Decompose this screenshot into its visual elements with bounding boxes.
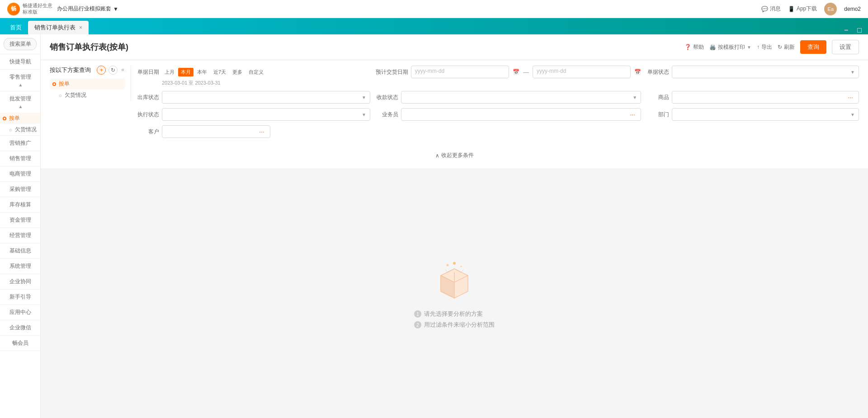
customer-input[interactable]: ··· bbox=[162, 125, 270, 138]
app-download-button[interactable]: 📱 App下载 bbox=[788, 5, 817, 13]
sidebar-debt-item[interactable]: ○ 欠货情况 bbox=[0, 124, 40, 135]
department-select[interactable]: ▼ bbox=[672, 108, 859, 121]
refresh-button[interactable]: ↻ 刷新 bbox=[778, 43, 795, 51]
sidebar-item-enterprise-collab[interactable]: 企业协同 bbox=[0, 274, 40, 289]
collapse-panel-button[interactable]: « bbox=[120, 66, 125, 75]
sidebar: 搜索菜单 快捷导航 零售管理 ▲ 批发管理 ▲ 按单 ○ 欠货 bbox=[0, 34, 41, 418]
payment-arrow-icon: ▼ bbox=[632, 95, 637, 100]
path-dropdown-icon[interactable]: ▼ bbox=[113, 6, 118, 12]
sidebar-item-new-guide[interactable]: 新手引导 bbox=[0, 290, 40, 304]
message-button[interactable]: 💬 消息 bbox=[761, 5, 781, 13]
sidebar-item-enterprise-wechat[interactable]: 企业微信 bbox=[0, 320, 40, 335]
expected-date-end[interactable]: yyyy-mm-dd bbox=[533, 66, 631, 78]
goods-more-icon[interactable]: ··· bbox=[846, 94, 855, 101]
content-area: 销售订单执行表(按单) ❓ 帮助 🖨️ 按模板打印 ▼ ↑ 导出 bbox=[41, 34, 868, 418]
doc-date-control: 上月 本月 本年 近7天 更多 自定义 bbox=[162, 68, 370, 76]
sidebar-section-finance: 资金管理 bbox=[0, 213, 40, 228]
date-tab-custom[interactable]: 自定义 bbox=[246, 68, 266, 76]
page-title-row: 销售订单执行表(按单) ❓ 帮助 🖨️ 按模板打印 ▼ ↑ 导出 bbox=[50, 40, 859, 54]
date-tab-thisyear[interactable]: 本年 bbox=[194, 68, 210, 76]
date-tab-lastmonth[interactable]: 上月 bbox=[162, 68, 177, 76]
table-area: 1 请先选择要分析的方案 2 用过滤条件来缩小分析范围 bbox=[41, 168, 868, 418]
field-goods: 商品 ··· bbox=[646, 91, 859, 104]
sidebar-section-operation: 经营管理 bbox=[0, 228, 40, 243]
refresh-scheme-button[interactable]: ↻ bbox=[108, 66, 118, 75]
sidebar-item-retail-mgmt[interactable]: 零售管理 ▲ bbox=[0, 70, 40, 91]
sidebar-item-operation[interactable]: 经营管理 bbox=[0, 228, 40, 243]
date-tab-thismonth[interactable]: 本月 bbox=[178, 68, 193, 76]
filter-row-3: 执行状态 ▼ 业务员 ··· bbox=[137, 108, 859, 121]
scheme-按单[interactable]: 按单 bbox=[50, 78, 125, 90]
payment-status-select[interactable]: ▼ bbox=[401, 91, 641, 104]
payment-label: 收款状态 bbox=[376, 94, 398, 101]
message-icon: 💬 bbox=[761, 6, 768, 12]
salesperson-more-icon[interactable]: ··· bbox=[628, 111, 637, 118]
sidebar-section-sales: 销售管理 bbox=[0, 151, 40, 166]
goods-input[interactable]: ··· bbox=[672, 91, 859, 104]
department-arrow-icon: ▼ bbox=[850, 112, 855, 117]
sidebar-item-app-center[interactable]: 应用中心 bbox=[0, 305, 40, 320]
tab-close-icon[interactable]: × bbox=[79, 24, 82, 31]
tab-sales-order-exec[interactable]: 销售订单执行表 × bbox=[28, 21, 89, 34]
sub-scheme-欠货情况[interactable]: ○ 欠货情况 bbox=[50, 90, 125, 101]
sidebar-section-wholesale: 批发管理 ▲ 按单 ○ 欠货情况 bbox=[0, 91, 40, 136]
sidebar-item-sales-mgmt[interactable]: 销售管理 bbox=[0, 151, 40, 166]
sidebar-section-retail: 零售管理 ▲ bbox=[0, 70, 40, 91]
sidebar-item-wholesale-mgmt[interactable]: 批发管理 ▲ bbox=[0, 91, 40, 113]
exec-status-label: 执行状态 bbox=[137, 111, 159, 119]
sidebar-item-purchase[interactable]: 采购管理 bbox=[0, 182, 40, 197]
sidebar-item-system[interactable]: 系统管理 bbox=[0, 259, 40, 274]
user-name[interactable]: demo2 bbox=[844, 6, 861, 12]
sidebar-section-purchase: 采购管理 bbox=[0, 182, 40, 197]
calendar-start-icon[interactable]: 📅 bbox=[513, 69, 519, 75]
field-doc-date: 单据日期 上月 本月 本年 近7天 更多 自定义 bbox=[137, 68, 370, 76]
expected-date-range: yyyy-mm-dd 📅 — yyyy-mm-dd 📅 bbox=[411, 66, 641, 78]
collapse-icon: ∧ bbox=[435, 152, 439, 159]
empty-tips: 1 请先选择要分析的方案 2 用过滤条件来缩小分析范围 bbox=[414, 310, 495, 329]
sidebar-item-finance[interactable]: 资金管理 bbox=[0, 213, 40, 228]
sidebar-item-inventory[interactable]: 库存核算 bbox=[0, 197, 40, 212]
collapse-bar[interactable]: ∧ 收起更多条件 bbox=[50, 148, 859, 163]
svg-point-1 bbox=[460, 266, 462, 267]
sidebar-item-quicknav[interactable]: 快捷导航 bbox=[0, 54, 40, 69]
print-icon: 🖨️ bbox=[709, 44, 716, 50]
sidebar-section-appcenter: 应用中心 bbox=[0, 305, 40, 320]
filter-row-4: 客户 ··· bbox=[137, 125, 859, 138]
export-button[interactable]: ↑ 导出 bbox=[757, 43, 772, 51]
field-department: 部门 ▼ bbox=[646, 108, 859, 121]
empty-state: 1 请先选择要分析的方案 2 用过滤条件来缩小分析范围 bbox=[414, 257, 495, 329]
sidebar-item-marketing[interactable]: 营销推广 bbox=[0, 136, 40, 151]
window-maximize-button[interactable]: □ bbox=[854, 26, 864, 34]
doc-status-select[interactable]: ▼ bbox=[672, 66, 859, 78]
tab-bar-actions: − □ bbox=[841, 26, 864, 34]
query-button[interactable]: 查询 bbox=[800, 40, 826, 54]
window-minimize-button[interactable]: − bbox=[841, 26, 851, 34]
sidebar-section-wechat: 企业微信 bbox=[0, 320, 40, 336]
outbound-status-select[interactable]: ▼ bbox=[162, 91, 370, 104]
date-tab-more[interactable]: 更多 bbox=[230, 68, 245, 76]
tab-home[interactable]: 首页 bbox=[4, 21, 28, 34]
goods-label: 商品 bbox=[646, 94, 669, 101]
tip-num-1: 1 bbox=[414, 310, 421, 318]
settings-button[interactable]: 设置 bbox=[832, 40, 859, 54]
calendar-end-icon[interactable]: 📅 bbox=[634, 69, 641, 75]
empty-tip-1: 1 请先选择要分析的方案 bbox=[414, 310, 495, 318]
app-path[interactable]: 办公用品行业模拟账套 ▼ bbox=[57, 5, 118, 13]
add-scheme-button[interactable]: + bbox=[97, 66, 106, 75]
page-title: 销售订单执行表(按单) bbox=[50, 42, 128, 52]
filter-section: 按以下方案查询 + ↻ « 按单 ○ 欠货情况 bbox=[41, 60, 868, 168]
exec-status-select[interactable]: ▼ bbox=[162, 108, 370, 121]
customer-more-icon[interactable]: ··· bbox=[257, 128, 266, 135]
expected-date-start[interactable]: yyyy-mm-dd bbox=[411, 66, 509, 78]
date-separator: — bbox=[521, 69, 531, 76]
search-menu-input[interactable]: 搜索菜单 bbox=[4, 38, 37, 50]
sidebar-item-member[interactable]: 畅会员 bbox=[0, 336, 40, 351]
sidebar-item-ecommerce[interactable]: 电商管理 bbox=[0, 166, 40, 181]
sidebar-scheme-item[interactable]: 按单 bbox=[0, 113, 40, 124]
sidebar-item-basic[interactable]: 基础信息 bbox=[0, 243, 40, 258]
salesperson-input[interactable]: ··· bbox=[401, 108, 641, 121]
date-tab-last7days[interactable]: 近7天 bbox=[211, 68, 229, 76]
sidebar-section-inventory: 库存核算 bbox=[0, 197, 40, 213]
help-button[interactable]: ❓ 帮助 bbox=[684, 43, 704, 51]
print-button[interactable]: 🖨️ 按模板打印 ▼ bbox=[709, 43, 751, 51]
